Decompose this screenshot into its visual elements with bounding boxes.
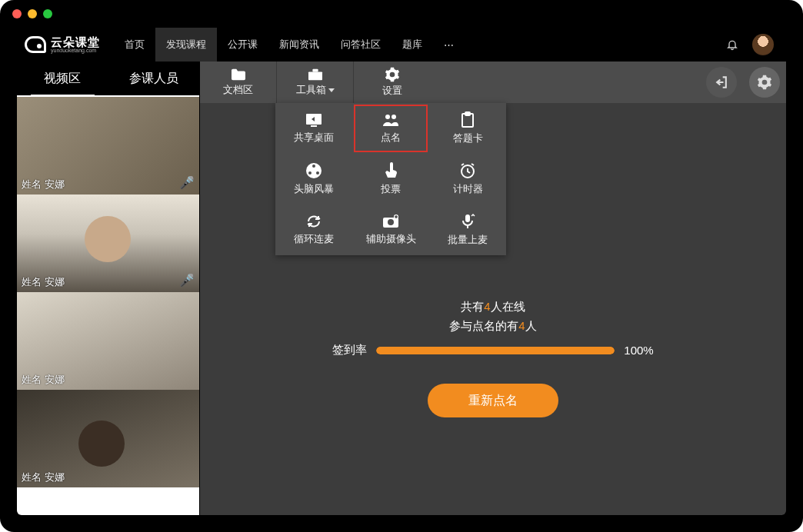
- gear-icon: [385, 67, 400, 82]
- progress-row: 签到率 100%: [200, 343, 786, 357]
- svg-point-4: [392, 115, 396, 119]
- progress-fill: [376, 347, 615, 354]
- restart-rollcall-button[interactable]: 重新点名: [428, 384, 558, 417]
- participant-name: 姓名 安娜: [22, 275, 65, 289]
- tab-video-area[interactable]: 视频区: [17, 62, 108, 95]
- progress-label: 签到率: [332, 343, 367, 357]
- folder-icon: [230, 68, 247, 81]
- svg-point-13: [388, 219, 394, 225]
- brainstorm-item[interactable]: 头脑风暴: [275, 154, 352, 204]
- camera-plus-icon: [382, 214, 400, 229]
- svg-rect-6: [465, 112, 470, 115]
- toolbox-dropdown: 共享桌面 点名 答题卡 头脑风暴: [275, 103, 506, 255]
- cloud-icon: [25, 36, 46, 53]
- svg-point-8: [312, 165, 315, 168]
- roll-call-item[interactable]: 点名: [352, 103, 429, 154]
- progress-percent: 100%: [624, 344, 653, 357]
- progress-bar: [376, 347, 615, 354]
- briefcase-icon: [307, 68, 324, 81]
- tab-participants[interactable]: 参课人员: [108, 62, 200, 95]
- video-tile-empty: [17, 487, 199, 515]
- hand-point-icon: [383, 162, 398, 179]
- close-window-button[interactable]: [12, 9, 22, 18]
- toolbox-button[interactable]: 工具箱: [277, 62, 354, 103]
- avatar[interactable]: [752, 34, 774, 55]
- brand-sub: yunduoketang.com: [51, 48, 100, 53]
- chevron-down-icon: [328, 88, 335, 92]
- brand-name: 云朵课堂: [51, 36, 100, 48]
- svg-rect-0: [308, 71, 322, 80]
- top-nav: 云朵课堂 yunduoketang.com 首页 发现课程 公开课 新闻资讯 问…: [17, 28, 786, 62]
- svg-point-3: [385, 115, 390, 119]
- clipboard-icon: [460, 111, 475, 128]
- main-toolbar: 文档区 工具箱 设置: [200, 62, 786, 103]
- answer-card-item[interactable]: 答题卡: [429, 103, 506, 154]
- gear-icon: [757, 75, 772, 90]
- settings-round-button[interactable]: [749, 67, 780, 98]
- participant-name: 姓名 安娜: [22, 178, 65, 191]
- nav-right: [726, 34, 778, 55]
- svg-point-10: [316, 171, 319, 175]
- mic-icon: 🎤: [179, 175, 195, 190]
- left-column: 视频区 参课人员 姓名 安娜 🎤 姓名 安娜 🎤 姓名 安娜: [17, 62, 200, 515]
- brand-logo[interactable]: 云朵课堂 yunduoketang.com: [17, 36, 111, 53]
- settings-button[interactable]: 设置: [354, 62, 431, 103]
- minimize-window-button[interactable]: [28, 9, 37, 18]
- loop-mic-item[interactable]: 循环连麦: [275, 204, 352, 255]
- participant-name: 姓名 安娜: [22, 470, 65, 484]
- doc-area-button[interactable]: 文档区: [200, 62, 277, 103]
- video-tile[interactable]: 姓名 安娜: [17, 390, 199, 487]
- app-body: 视频区 参课人员 姓名 安娜 🎤 姓名 安娜 🎤 姓名 安娜: [17, 62, 786, 515]
- video-tile[interactable]: 姓名 安娜: [17, 292, 199, 390]
- screen-share-icon: [305, 112, 323, 128]
- loop-icon: [305, 214, 322, 229]
- nav-news[interactable]: 新闻资讯: [268, 28, 330, 62]
- app-window: 云朵课堂 yunduoketang.com 首页 发现课程 公开课 新闻资讯 问…: [0, 0, 803, 532]
- aux-camera-item[interactable]: 辅助摄像头: [352, 204, 429, 255]
- alarm-icon: [459, 162, 476, 179]
- svg-rect-15: [465, 214, 470, 222]
- left-tabs: 视频区 参课人员: [17, 62, 199, 97]
- share-desktop-item[interactable]: 共享桌面: [275, 103, 352, 154]
- online-count-line: 共有4人在线: [200, 300, 786, 314]
- nav-home[interactable]: 首页: [114, 28, 155, 62]
- exit-button[interactable]: [706, 67, 737, 98]
- participant-name: 姓名 安娜: [22, 373, 65, 387]
- mic-up-icon: [460, 213, 475, 230]
- video-list: 姓名 安娜 🎤 姓名 安娜 🎤 姓名 安娜 姓名 安娜: [17, 97, 199, 515]
- nav-more[interactable]: ⋯: [433, 28, 465, 62]
- svg-point-9: [308, 171, 312, 175]
- nav-question-bank[interactable]: 题库: [392, 28, 433, 62]
- bell-icon[interactable]: [726, 38, 738, 51]
- nav-discover[interactable]: 发现课程: [155, 28, 217, 62]
- app-frame: 云朵课堂 yunduoketang.com 首页 发现课程 公开课 新闻资讯 问…: [17, 28, 786, 515]
- nav-qa[interactable]: 问答社区: [330, 28, 392, 62]
- batch-mic-item[interactable]: 批量上麦: [429, 204, 506, 255]
- people-icon: [382, 112, 400, 128]
- timer-item[interactable]: 计时器: [429, 154, 506, 204]
- video-tile[interactable]: 姓名 安娜 🎤: [17, 195, 199, 292]
- main-area: 文档区 工具箱 设置: [200, 62, 786, 515]
- svg-rect-1: [312, 69, 318, 72]
- nav-open-courses[interactable]: 公开课: [217, 28, 268, 62]
- film-reel-icon: [305, 162, 322, 179]
- nav-items: 首页 发现课程 公开课 新闻资讯 问答社区 题库 ⋯: [114, 28, 465, 62]
- attendance-stats: 共有4人在线 参与点名的有4人 签到率 100% 重新点名: [200, 300, 786, 417]
- mic-icon: 🎤: [179, 273, 195, 288]
- attend-count-line: 参与点名的有4人: [200, 319, 786, 334]
- exit-icon: [714, 75, 729, 90]
- vote-item[interactable]: 投票: [352, 154, 429, 204]
- window-traffic-lights: [12, 9, 52, 18]
- maximize-window-button[interactable]: [43, 9, 52, 18]
- video-tile[interactable]: 姓名 安娜 🎤: [17, 97, 199, 195]
